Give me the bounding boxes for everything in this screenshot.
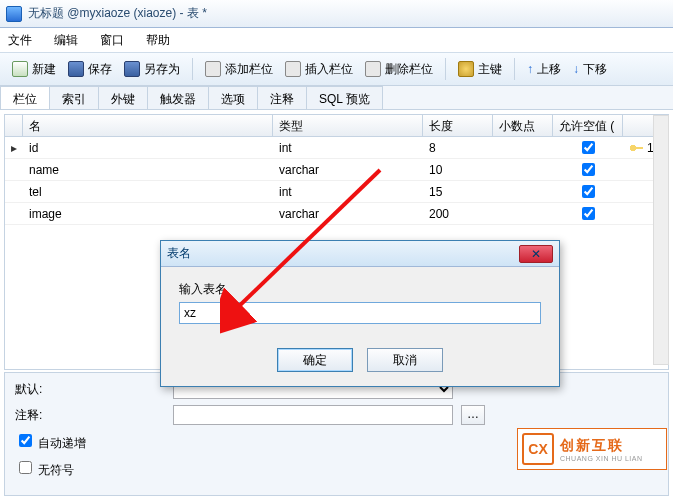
cancel-button[interactable]: 取消 bbox=[367, 348, 443, 372]
cell-name[interactable]: image bbox=[23, 205, 273, 223]
toolbar-separator bbox=[445, 58, 446, 80]
tab-comment[interactable]: 注释 bbox=[257, 86, 307, 109]
arrow-up-icon: ↑ bbox=[527, 62, 533, 76]
tab-options[interactable]: 选项 bbox=[208, 86, 258, 109]
dialog-title: 表名 bbox=[167, 245, 191, 262]
null-checkbox[interactable] bbox=[582, 207, 595, 220]
autoinc-label: 自动递增 bbox=[38, 436, 86, 450]
cell-len[interactable]: 8 bbox=[423, 139, 493, 157]
ok-button[interactable]: 确定 bbox=[277, 348, 353, 372]
addfield-icon bbox=[205, 61, 221, 77]
cell-dec[interactable] bbox=[493, 168, 553, 172]
grid-header: 名 类型 长度 小数点 允许空值 ( bbox=[5, 115, 668, 137]
menu-help[interactable]: 帮助 bbox=[146, 32, 170, 49]
new-button[interactable]: 新建 bbox=[8, 59, 60, 80]
window-title: 无标题 @myxiaoze (xiaoze) - 表 * bbox=[28, 5, 207, 22]
watermark-cn: 创新互联 bbox=[560, 437, 643, 455]
cell-null[interactable] bbox=[553, 158, 623, 181]
saveas-button[interactable]: 另存为 bbox=[120, 59, 184, 80]
unsigned-checkbox[interactable] bbox=[19, 461, 32, 474]
null-checkbox[interactable] bbox=[582, 185, 595, 198]
cell-len[interactable]: 15 bbox=[423, 183, 493, 201]
close-icon: ✕ bbox=[531, 247, 541, 261]
menu-edit[interactable]: 编辑 bbox=[54, 32, 78, 49]
title-bar: 无标题 @myxiaoze (xiaoze) - 表 * bbox=[0, 0, 673, 28]
menu-bar: 文件 编辑 窗口 帮助 bbox=[0, 28, 673, 52]
cell-dec[interactable] bbox=[493, 146, 553, 150]
grid-header-cursor bbox=[5, 115, 23, 136]
insertfield-icon bbox=[285, 61, 301, 77]
table-row[interactable]: ▸idint8 1 bbox=[5, 137, 668, 159]
pk-button[interactable]: 主键 bbox=[454, 59, 506, 80]
tab-index[interactable]: 索引 bbox=[49, 86, 99, 109]
default-label: 默认: bbox=[15, 381, 165, 398]
table-row[interactable]: imagevarchar200 bbox=[5, 203, 668, 225]
insertfield-button[interactable]: 插入栏位 bbox=[281, 59, 357, 80]
close-button[interactable]: ✕ bbox=[519, 245, 553, 263]
cell-type[interactable]: int bbox=[273, 183, 423, 201]
toolbar-separator bbox=[192, 58, 193, 80]
cell-type[interactable]: varchar bbox=[273, 205, 423, 223]
menu-window[interactable]: 窗口 bbox=[100, 32, 124, 49]
cell-dec[interactable] bbox=[493, 190, 553, 194]
cell-name[interactable]: id bbox=[23, 139, 273, 157]
watermark-en: CHUANG XIN HU LIAN bbox=[560, 455, 643, 462]
cell-len[interactable]: 200 bbox=[423, 205, 493, 223]
table-name-dialog: 表名 ✕ 输入表名 确定 取消 bbox=[160, 240, 560, 387]
tab-fk[interactable]: 外键 bbox=[98, 86, 148, 109]
cell-null[interactable] bbox=[553, 202, 623, 225]
cell-null[interactable] bbox=[553, 136, 623, 159]
table-row[interactable]: namevarchar10 bbox=[5, 159, 668, 181]
toolbar-separator bbox=[514, 58, 515, 80]
table-name-input[interactable] bbox=[179, 302, 541, 324]
menu-file[interactable]: 文件 bbox=[8, 32, 32, 49]
table-row[interactable]: telint15 bbox=[5, 181, 668, 203]
new-icon bbox=[12, 61, 28, 77]
unsigned-label: 无符号 bbox=[38, 463, 74, 477]
grid-header-dec[interactable]: 小数点 bbox=[493, 115, 553, 136]
grid-header-name[interactable]: 名 bbox=[23, 115, 273, 136]
watermark-logo: CX bbox=[522, 433, 554, 465]
grid-header-null[interactable]: 允许空值 ( bbox=[553, 115, 623, 136]
cell-dec[interactable] bbox=[493, 212, 553, 216]
grid-header-type[interactable]: 类型 bbox=[273, 115, 423, 136]
cell-name[interactable]: name bbox=[23, 161, 273, 179]
moveup-button[interactable]: ↑上移 bbox=[523, 59, 565, 80]
movedown-button[interactable]: ↓下移 bbox=[569, 59, 611, 80]
dialog-title-bar[interactable]: 表名 ✕ bbox=[161, 241, 559, 267]
toolbar: 新建 保存 另存为 添加栏位 插入栏位 删除栏位 主键 ↑上移 ↓下移 bbox=[0, 52, 673, 86]
app-icon bbox=[6, 6, 22, 22]
tab-fields[interactable]: 栏位 bbox=[0, 86, 50, 109]
dialog-label: 输入表名 bbox=[179, 281, 541, 298]
key-icon bbox=[458, 61, 474, 77]
cell-type[interactable]: int bbox=[273, 139, 423, 157]
watermark: CX 创新互联 CHUANG XIN HU LIAN bbox=[517, 428, 667, 470]
save-button[interactable]: 保存 bbox=[64, 59, 116, 80]
row-cursor: ▸ bbox=[5, 141, 23, 155]
comment-ellipsis-button[interactable]: … bbox=[461, 405, 485, 425]
comment-label: 注释: bbox=[15, 407, 165, 424]
null-checkbox[interactable] bbox=[582, 163, 595, 176]
deletefield-button[interactable]: 删除栏位 bbox=[361, 59, 437, 80]
tab-trigger[interactable]: 触发器 bbox=[147, 86, 209, 109]
tab-strip: 栏位 索引 外键 触发器 选项 注释 SQL 预览 bbox=[0, 86, 673, 110]
saveas-icon bbox=[124, 61, 140, 77]
cell-name[interactable]: tel bbox=[23, 183, 273, 201]
autoinc-checkbox[interactable] bbox=[19, 434, 32, 447]
arrow-down-icon: ↓ bbox=[573, 62, 579, 76]
key-icon bbox=[629, 143, 643, 153]
comment-input[interactable] bbox=[173, 405, 453, 425]
cell-null[interactable] bbox=[553, 180, 623, 203]
null-checkbox[interactable] bbox=[582, 141, 595, 154]
vertical-scrollbar[interactable] bbox=[653, 115, 669, 365]
tab-sql[interactable]: SQL 预览 bbox=[306, 86, 383, 109]
cell-len[interactable]: 10 bbox=[423, 161, 493, 179]
save-icon bbox=[68, 61, 84, 77]
cell-type[interactable]: varchar bbox=[273, 161, 423, 179]
grid-header-len[interactable]: 长度 bbox=[423, 115, 493, 136]
addfield-button[interactable]: 添加栏位 bbox=[201, 59, 277, 80]
deletefield-icon bbox=[365, 61, 381, 77]
